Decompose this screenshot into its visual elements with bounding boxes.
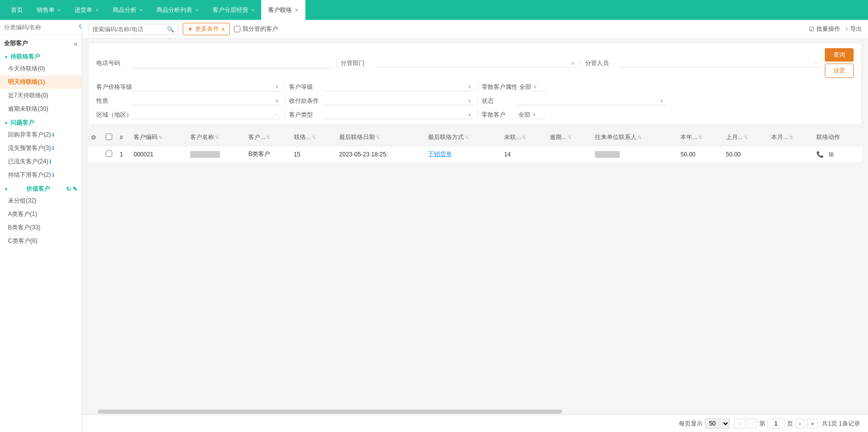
filter-person-select[interactable]: ··· (620, 59, 821, 68)
last-contact-method-link[interactable]: 下销货单 (428, 150, 452, 157)
action-phone-icon[interactable]: 📞 (816, 151, 824, 158)
first-page-btn[interactable]: « (734, 419, 745, 429)
th-gear[interactable]: ⚙ (88, 129, 103, 146)
filter-retail-customer-select[interactable]: ∨ (530, 110, 545, 119)
prev-page-btn[interactable]: ‹ (747, 419, 757, 429)
unit-contact-masked: --- (595, 151, 620, 158)
last-page-btn[interactable]: » (807, 419, 818, 429)
page-size-select[interactable]: 20 50 100 (705, 418, 730, 429)
pagination-nav: « ‹ 第 页 › » (734, 419, 818, 429)
sidebar-item-repurchase-abnormal[interactable]: 回购异常客户(2) ℹ (0, 128, 81, 142)
nav-customer-tier[interactable]: 客户分层经营 × (206, 0, 261, 20)
filter-row-1: 电话号码 分管部门 ∨ 分管人员 ··· (96, 48, 854, 78)
my-customers-checkbox[interactable] (234, 26, 240, 32)
filter-retail-attr-select[interactable]: ∨ (531, 82, 546, 91)
content-area: 🔍 ▼ 更多条件 ∧ 我分管的客户 ☑ 批量操作 ↑ 导出 (82, 20, 868, 432)
nav-product-analysis-list[interactable]: 商品分析列表 × (149, 0, 205, 20)
export-btn[interactable]: ↑ 导出 (845, 25, 862, 33)
select-all-checkbox[interactable] (106, 134, 112, 140)
filter-price-level-select[interactable]: ∨ (132, 82, 281, 91)
collapse-icon[interactable]: « (73, 40, 77, 48)
value-customers-refresh[interactable]: ↻ ✎ (66, 186, 77, 193)
th-type[interactable]: 客户... (245, 129, 290, 146)
nav-purchase[interactable]: 进货单 × (68, 0, 105, 20)
group-problem-customers[interactable]: 问题客户 (0, 116, 81, 128)
action-more-icon[interactable]: ⊞ (829, 151, 834, 158)
customer-name-masked: Ea (190, 151, 220, 158)
th-last-month[interactable]: 上月... (723, 129, 768, 146)
batch-action-btn[interactable]: ☑ 批量操作 (809, 25, 840, 33)
td-type: B类客户 (245, 146, 290, 163)
td-checkbox (103, 146, 117, 163)
query-button[interactable]: 查询 (825, 48, 854, 62)
sidebar-item-class-b[interactable]: B类客户(33) (0, 221, 81, 234)
th-contact[interactable]: 联络... (291, 129, 336, 146)
th-last-contact-date[interactable]: 最后联络日期 (336, 129, 425, 146)
filter-customer-type-select[interactable]: ∨ (324, 110, 473, 119)
horizontal-scrollbar[interactable] (88, 409, 862, 415)
nav-sales[interactable]: 销售单 × (30, 0, 68, 20)
nav-customer-contact[interactable]: 客户联络 × (261, 0, 305, 20)
filter-area-select[interactable]: ··· (132, 110, 281, 119)
chevron-down-icon-5: ∨ (275, 98, 279, 103)
close-product-analysis-list-tab[interactable]: × (195, 7, 198, 13)
scroll-thumb[interactable] (98, 410, 562, 414)
close-product-analysis-tab[interactable]: × (140, 7, 143, 13)
setting-button[interactable]: 设置 (825, 64, 854, 78)
filter-status-select[interactable]: ∨ (516, 96, 666, 105)
th-this-month[interactable]: 本月... (768, 129, 813, 146)
th-this-year[interactable]: 本年... (677, 129, 723, 146)
chevron-down-icon-2: ∨ (275, 84, 279, 89)
more-conditions-btn[interactable]: ▼ 更多条件 ∧ (183, 23, 230, 35)
sidebar-item-7days-pending[interactable]: 近7天待联络(0) (0, 89, 81, 102)
divider-8 (477, 110, 478, 120)
sidebar-search-icon[interactable]: 🔍 (78, 24, 82, 31)
close-customer-tier-tab[interactable]: × (251, 7, 254, 13)
filter-customer-level-select[interactable]: ∨ (324, 82, 473, 91)
filter-dept-select[interactable]: ∨ (375, 59, 577, 68)
th-code[interactable]: 客户编码 (131, 129, 187, 146)
sidebar-search-input[interactable] (4, 24, 78, 31)
nav-home[interactable]: 首页 (4, 0, 30, 20)
td-last-contact-method: 下销货单 (425, 146, 501, 163)
sidebar-item-ungrouped[interactable]: 未分组(32) (0, 194, 81, 208)
sidebar-item-churn-warning[interactable]: 流失预警客户(3) ℹ (0, 142, 81, 155)
th-overdue[interactable]: 逾期... (547, 129, 592, 146)
nav-product-analysis[interactable]: 商品分析 × (106, 0, 149, 20)
search-icon-btn[interactable]: 🔍 (167, 26, 174, 33)
sidebar-item-declining[interactable]: 持续下滑客户(2) ℹ (0, 168, 81, 182)
th-last-contact-method[interactable]: 最后联络方式 (425, 129, 501, 146)
my-customers-checkbox-label[interactable]: 我分管的客户 (234, 25, 278, 33)
close-purchase-tab[interactable]: × (95, 7, 98, 13)
filter-status: 状态 ∨ (482, 96, 666, 105)
divider-5 (285, 96, 285, 106)
table-header-row: ⚙ # 客户编码 客户名称 客户... 联络... 最后联络日期 最后联络方式 … (88, 129, 862, 146)
filter-phone-input[interactable] (131, 58, 332, 69)
export-icon: ↑ (845, 26, 848, 33)
sidebar-item-churned[interactable]: 已流失客户(24) ℹ (0, 155, 81, 168)
row-checkbox[interactable] (106, 150, 112, 157)
sidebar-item-class-c[interactable]: C类客户(6) (0, 234, 81, 248)
total-records: 共1页 1条记录 (822, 420, 860, 428)
th-action: 联络动作 (813, 129, 862, 146)
th-name[interactable]: 客户名称 (187, 129, 245, 146)
sidebar-item-overdue-no-contact[interactable]: 逾期未联络(30) (0, 102, 81, 116)
sidebar-item-today-pending[interactable]: 今天待联络(0) (0, 62, 81, 75)
close-sales-tab[interactable]: × (58, 7, 61, 13)
current-page-input[interactable] (767, 419, 785, 429)
next-page-btn[interactable]: › (795, 419, 805, 429)
group-pending-contact[interactable]: 待联络客户 (0, 50, 81, 62)
th-unit-contact[interactable]: 往来单位联系人 (592, 129, 678, 146)
sidebar-item-tomorrow-pending[interactable]: 明天待联络(1) (0, 75, 81, 89)
chevron-dots-icon: ··· (815, 60, 819, 66)
th-checkbox (103, 129, 117, 146)
top-navigation: 首页 销售单 × 进货单 × 商品分析 × 商品分析列表 × 客户分层经营 × … (0, 0, 868, 20)
main-layout: 🔍 全部客户 « 待联络客户 今天待联络(0) 明天待联络(1) 近7天待联络(… (0, 20, 868, 432)
search-input[interactable] (92, 26, 167, 33)
filter-nature-select[interactable]: ∨ (131, 96, 281, 105)
group-value-customers[interactable]: 价值客户 ↻ ✎ (0, 182, 81, 194)
filter-payment-select[interactable]: ∨ (324, 96, 473, 105)
sidebar-item-class-a[interactable]: A类客户(1) (0, 208, 81, 221)
close-customer-contact-tab[interactable]: × (295, 7, 298, 13)
th-not-contacted[interactable]: 未联... (501, 129, 546, 146)
